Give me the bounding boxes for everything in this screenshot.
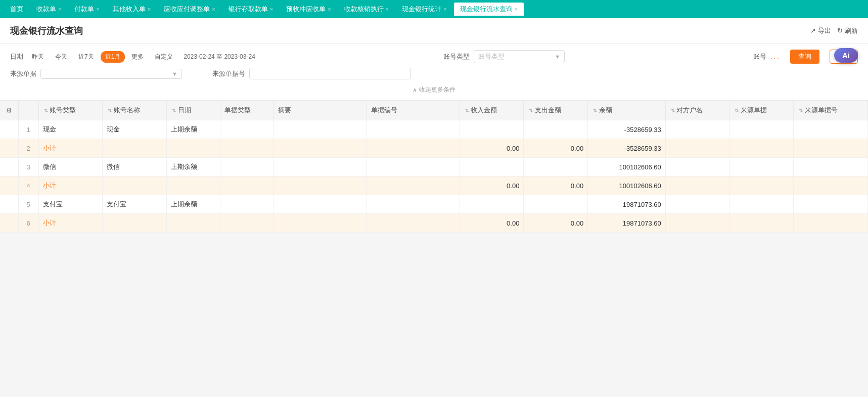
- cell-4: [166, 214, 220, 233]
- cell-3: 现金: [103, 120, 167, 139]
- col-account-type[interactable]: ⇅ 账号类型: [38, 101, 103, 120]
- close-icon[interactable]: ×: [328, 6, 331, 12]
- account-more-btn[interactable]: ...: [770, 52, 780, 61]
- close-icon[interactable]: ×: [515, 6, 518, 12]
- close-icon[interactable]: ×: [443, 6, 446, 12]
- col-source-doc[interactable]: ⇅ 来源单据: [729, 101, 794, 120]
- close-icon[interactable]: ×: [386, 6, 389, 12]
- close-icon[interactable]: ×: [96, 6, 99, 12]
- cell-7: [367, 195, 460, 214]
- sort-icon: ⇅: [172, 108, 176, 113]
- col-source-doc-no[interactable]: ⇅ 来源单据号: [794, 101, 868, 120]
- nav-item-receipt[interactable]: 收款单 ×: [30, 3, 67, 16]
- date-btn-more[interactable]: 更多: [127, 51, 148, 63]
- cell-0: [0, 195, 18, 214]
- col-account-name[interactable]: ⇅ 账号名称: [103, 101, 167, 120]
- col-income[interactable]: ⇅ 收入金额: [460, 101, 524, 120]
- refresh-button[interactable]: ↻ 刷新: [837, 26, 858, 35]
- account-type-select[interactable]: 账号类型 ▼: [474, 50, 565, 63]
- date-btn-today[interactable]: 今天: [51, 51, 72, 63]
- date-btn-custom[interactable]: 自定义: [150, 51, 177, 63]
- date-btn-7days[interactable]: 近7天: [74, 51, 99, 63]
- cell-4: [166, 177, 220, 195]
- cell-11: [665, 177, 729, 195]
- cell-10: -3528659.33: [588, 139, 666, 158]
- col-counterparty[interactable]: ⇅ 对方户名: [665, 101, 729, 120]
- export-icon: ↗: [810, 27, 816, 34]
- account-type-placeholder: 账号类型: [478, 52, 505, 61]
- cell-0: [0, 214, 18, 233]
- nav-item-collection-exec[interactable]: 收款核销执行 ×: [338, 3, 395, 16]
- nav-item-advance-offset[interactable]: 预收冲应收单 ×: [280, 3, 337, 16]
- date-label: 日期: [10, 52, 23, 61]
- nav-item-cash-flow-query[interactable]: 现金银行流水查询 ×: [454, 3, 524, 16]
- cell-10: 19871073.60: [588, 195, 666, 214]
- col-no: [18, 101, 38, 120]
- sort-icon: ⇅: [735, 108, 739, 113]
- date-btn-1month[interactable]: 近1月: [101, 51, 125, 63]
- nav-item-cash-bank-stats[interactable]: 现金银行统计 ×: [396, 3, 452, 16]
- date-btn-yesterday[interactable]: 昨天: [27, 51, 49, 63]
- cell-12: [729, 214, 794, 233]
- col-balance[interactable]: ⇅ 余额: [588, 101, 666, 120]
- cell-2: 小计: [38, 177, 103, 195]
- date-filter: 日期 昨天 今天 近7天 近1月 更多 自定义 2023-02-24 至 202…: [10, 51, 255, 63]
- nav-item-adjustment[interactable]: 应收应付调整单 ×: [158, 3, 221, 16]
- cell-1: 1: [18, 120, 38, 139]
- cell-1: 5: [18, 195, 38, 214]
- table-body: 1现金现金上期余额-3528659.332小计0.000.00-3528659.…: [0, 120, 868, 233]
- source-doc-no-input[interactable]: [249, 68, 411, 79]
- sort-icon: ⇅: [108, 108, 112, 113]
- cell-2: 小计: [38, 214, 103, 233]
- sort-icon: ⇅: [593, 108, 597, 113]
- nav-item-bank-deposit[interactable]: 银行存取款单 ×: [222, 3, 279, 16]
- cell-12: [729, 120, 794, 139]
- header-actions: ↗ 导出 ↻ 刷新: [810, 26, 858, 35]
- col-gear[interactable]: ⚙: [0, 101, 18, 120]
- cell-6: [273, 158, 367, 177]
- chevron-up-icon: ∧: [413, 86, 417, 94]
- filter-row-1: 日期 昨天 今天 近7天 近1月 更多 自定义 2023-02-24 至 202…: [10, 50, 858, 64]
- cell-13: [794, 120, 868, 139]
- account-type-filter: 账号类型 账号类型 ▼: [443, 50, 565, 63]
- ai-badge[interactable]: Ai: [834, 48, 858, 63]
- source-doc-select[interactable]: ▼: [40, 69, 182, 79]
- cell-2: 支付宝: [38, 195, 103, 214]
- cell-8: [460, 120, 524, 139]
- close-icon[interactable]: ×: [270, 6, 273, 12]
- cell-9: [524, 195, 588, 214]
- cell-1: 3: [18, 158, 38, 177]
- col-date[interactable]: ⇅ 日期: [166, 101, 220, 120]
- chevron-down-icon: ▼: [172, 71, 177, 77]
- data-table-wrapper: ⚙ ⇅ 账号类型 ⇅ 账号名称 ⇅ 日期 单据类型 摘要: [0, 101, 868, 233]
- nav-item-other-income[interactable]: 其他收入单 ×: [107, 3, 157, 16]
- cell-7: [367, 214, 460, 233]
- source-doc-no-label: 来源单据号: [212, 69, 245, 78]
- close-icon[interactable]: ×: [58, 6, 61, 12]
- table-row: 1现金现金上期余额-3528659.33: [0, 120, 868, 139]
- query-button[interactable]: 查询: [790, 50, 819, 64]
- cell-5: [220, 195, 273, 214]
- cell-3: [103, 177, 167, 195]
- close-icon[interactable]: ×: [148, 6, 151, 12]
- nav-item-payment[interactable]: 付款单 ×: [68, 3, 105, 16]
- page-title: 现金银行流水查询: [10, 25, 83, 37]
- nav-item-home[interactable]: 首页: [4, 3, 29, 16]
- collapse-bar[interactable]: ∧ 收起更多条件: [10, 83, 858, 94]
- date-options: 昨天 今天 近7天 近1月 更多 自定义: [27, 51, 177, 63]
- cell-12: [729, 158, 794, 177]
- close-icon[interactable]: ×: [212, 6, 215, 12]
- cell-7: [367, 158, 460, 177]
- export-button[interactable]: ↗ 导出: [810, 26, 831, 35]
- cell-2: 微信: [38, 158, 103, 177]
- cell-6: [273, 139, 367, 158]
- col-expense[interactable]: ⇅ 支出金额: [524, 101, 588, 120]
- cell-4: 上期余额: [166, 158, 220, 177]
- cell-7: [367, 120, 460, 139]
- cell-7: [367, 139, 460, 158]
- cell-3: [103, 214, 167, 233]
- date-range-display: 2023-02-24 至 2023-03-24: [184, 53, 255, 61]
- cell-4: [166, 139, 220, 158]
- cell-9: 0.00: [524, 177, 588, 195]
- cell-5: [220, 158, 273, 177]
